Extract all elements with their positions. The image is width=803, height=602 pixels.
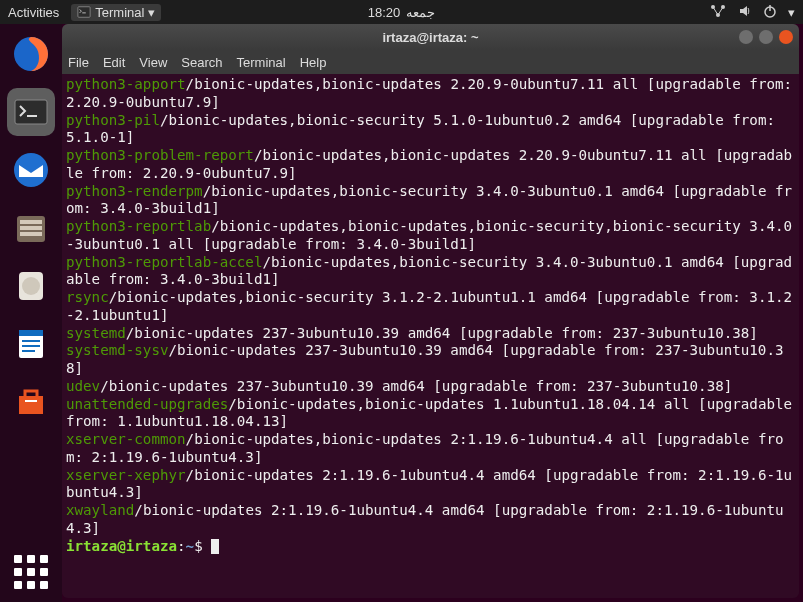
svg-rect-11 <box>20 226 42 230</box>
activities-button[interactable]: Activities <box>8 5 59 20</box>
app-menu-label: Terminal <box>95 5 144 20</box>
dock-files[interactable] <box>7 204 55 252</box>
clock-day: جمعه <box>406 5 435 20</box>
svg-point-14 <box>22 277 40 295</box>
menu-file[interactable]: File <box>68 55 89 70</box>
show-applications[interactable] <box>11 552 51 592</box>
volume-icon[interactable] <box>738 4 752 21</box>
terminal-output[interactable]: python3-apport/bionic-updates,bionic-upd… <box>62 74 799 598</box>
menu-search[interactable]: Search <box>181 55 222 70</box>
menubar: File Edit View Search Terminal Help <box>62 50 799 74</box>
dock-terminal[interactable] <box>7 88 55 136</box>
dock-firefox[interactable] <box>7 30 55 78</box>
terminal-window: irtaza@irtaza: ~ File Edit View Search T… <box>62 24 799 598</box>
chevron-down-icon: ▾ <box>148 5 155 20</box>
svg-rect-0 <box>78 7 90 18</box>
svg-rect-7 <box>15 100 47 124</box>
gnome-topbar: Activities Terminal ▾ 18:20 جمعه ▾ <box>0 0 803 24</box>
svg-rect-12 <box>20 232 42 236</box>
dock-writer[interactable] <box>7 320 55 368</box>
menu-terminal[interactable]: Terminal <box>237 55 286 70</box>
menu-edit[interactable]: Edit <box>103 55 125 70</box>
app-menu-terminal[interactable]: Terminal ▾ <box>71 4 161 21</box>
dock-thunderbird[interactable] <box>7 146 55 194</box>
dock-software[interactable] <box>7 378 55 426</box>
titlebar[interactable]: irtaza@irtaza: ~ <box>62 24 799 50</box>
menu-view[interactable]: View <box>139 55 167 70</box>
clock-time: 18:20 <box>368 5 401 20</box>
svg-rect-10 <box>20 220 42 224</box>
svg-rect-20 <box>25 400 37 402</box>
network-icon[interactable] <box>710 4 726 21</box>
window-title: irtaza@irtaza: ~ <box>382 30 478 45</box>
terminal-icon <box>77 5 91 19</box>
minimize-button[interactable] <box>739 30 753 44</box>
svg-rect-16 <box>19 330 43 336</box>
chevron-down-icon[interactable]: ▾ <box>788 5 795 20</box>
clock[interactable]: 18:20 جمعه <box>368 5 436 20</box>
dock <box>0 24 62 602</box>
close-button[interactable] <box>779 30 793 44</box>
power-icon[interactable] <box>764 4 776 21</box>
maximize-button[interactable] <box>759 30 773 44</box>
menu-help[interactable]: Help <box>300 55 327 70</box>
dock-disk[interactable] <box>7 262 55 310</box>
